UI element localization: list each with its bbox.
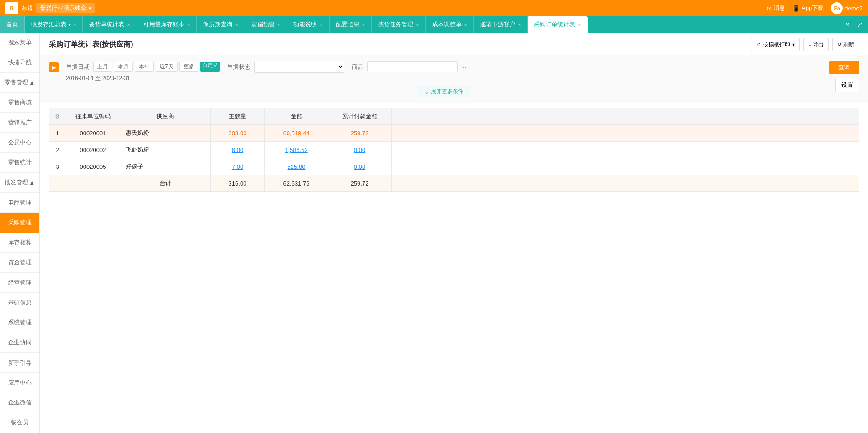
print-template-btn[interactable]: 🖨 按模板打印 ▾ <box>751 38 800 51</box>
close-icon[interactable]: × <box>278 22 280 27</box>
goods-label: 商品 <box>352 63 363 71</box>
close-icon[interactable]: × <box>187 22 190 27</box>
expand-more-btn[interactable]: ⌄ 展开更多条件 <box>417 86 471 97</box>
sidebar-item-marketing[interactable]: 营销推广 <box>0 113 39 133</box>
app-download-btn[interactable]: 📱 App下载 <box>793 4 824 12</box>
row-paid[interactable]: 259.72 <box>328 125 392 142</box>
sidebar-item-member2[interactable]: 畅会员 <box>0 413 39 433</box>
sidebar-item-app-center[interactable]: 应用中心 <box>0 373 39 393</box>
chevron-down-icon: ⌄ <box>425 89 429 95</box>
close-icon[interactable]: × <box>578 22 580 27</box>
close-icon[interactable]: × <box>518 22 521 27</box>
goods-input[interactable] <box>367 61 458 72</box>
logo-text: 标题 <box>22 5 33 12</box>
row-paid[interactable]: 0.00 <box>328 142 392 158</box>
tab-yaoqing[interactable]: 邀请下游客户 × <box>474 16 528 33</box>
close-icon[interactable]: × <box>464 22 467 27</box>
sidebar-item-enterprise[interactable]: 企业协同 <box>0 333 39 353</box>
row-extra <box>392 142 859 158</box>
date-range-display: 2016-01-01 至 2023-12-31 <box>66 75 822 82</box>
col-code-header: 往来单位编码 <box>66 108 120 125</box>
tab-home[interactable]: 首页 <box>0 16 25 33</box>
expand-window-btn[interactable]: ⤢ <box>855 20 864 29</box>
row-no: 1 <box>49 125 66 142</box>
nav-tabs-end: × ⤢ <box>844 20 868 29</box>
date-btn-7days[interactable]: 近7天 <box>156 62 178 72</box>
refresh-btn[interactable]: ↺ 刷新 <box>832 38 859 51</box>
table-row: 1 00020001 惠氏奶粉 303.00 60,519.44 259.72 <box>49 125 859 142</box>
sidebar-item-retail-stats[interactable]: 零售统计 <box>0 153 39 173</box>
sidebar-item-search[interactable]: 搜索菜单 <box>0 33 39 52</box>
row-paid[interactable]: 0.00 <box>328 158 392 175</box>
more-options-icon[interactable]: ··· <box>461 63 467 71</box>
close-window-btn[interactable]: × <box>844 20 851 29</box>
status-select[interactable] <box>254 61 344 73</box>
chevron-down-icon: ▾ <box>89 5 92 12</box>
top-bar: 6 标题 母婴行业演示账套 ▾ ✉ 消息 📱 App下载 Ea demo2 <box>0 0 868 16</box>
close-icon[interactable]: × <box>235 22 238 27</box>
sidebar-item-purchase[interactable]: 采购管理 <box>0 213 39 233</box>
sidebar-item-ecommerce[interactable]: 电商管理 <box>0 193 39 213</box>
filter-right-btns: 查询 设置 <box>829 61 859 92</box>
sidebar-item-retail-shop[interactable]: 零售商城 <box>0 93 39 113</box>
query-btn[interactable]: 查询 <box>829 61 859 74</box>
user-profile[interactable]: Ea demo2 <box>831 2 863 14</box>
close-icon[interactable]: × <box>362 22 365 27</box>
table-area: ⚙ 往来单位编码 供应商 主数量 金额 累计付款金额 1 00020001 惠氏… <box>40 108 868 192</box>
company-selector[interactable]: 母婴行业演示账套 ▾ <box>36 3 95 13</box>
tab-gongneng[interactable]: 功能说明 × <box>287 16 329 33</box>
row-qty[interactable]: 6.00 <box>211 142 265 158</box>
tab-chengben[interactable]: 成本调整单 × <box>426 16 474 33</box>
settings-btn[interactable]: 设置 <box>835 78 859 92</box>
tab-jianhuo[interactable]: 拣货任务管理 × <box>372 16 425 33</box>
close-icon[interactable]: × <box>127 22 130 27</box>
sidebar-item-system[interactable]: 系统管理 <box>0 313 39 333</box>
message-btn[interactable]: ✉ 消息 <box>767 4 785 12</box>
row-code: 00020002 <box>66 142 120 158</box>
row-supplier: 惠氏奶粉 <box>120 125 211 142</box>
date-btn-this-month[interactable]: 本月 <box>114 62 133 72</box>
row-amount[interactable]: 525.80 <box>265 158 328 175</box>
close-icon[interactable]: × <box>320 22 322 27</box>
status-filter: 单据状态 <box>227 61 344 73</box>
page-header: 采购订单统计表(按供应商) 🖨 按模板打印 ▾ ↓ 导出 ↺ 刷新 <box>40 33 868 55</box>
sidebar-item-member[interactable]: 会员中心 <box>0 133 39 152</box>
tab-chaochu[interactable]: 超储预警 × <box>245 16 287 33</box>
close-icon[interactable]: × <box>73 22 76 27</box>
row-qty[interactable]: 7.00 <box>211 158 265 175</box>
avatar: Ea <box>831 2 843 14</box>
date-btn-last-month[interactable]: 上月 <box>93 62 112 72</box>
sidebar-item-guide[interactable]: 新手引导 <box>0 353 39 373</box>
date-btn-this-year[interactable]: 本年 <box>135 62 154 72</box>
table-row: 2 00020002 飞鹤奶粉 6.00 1,586.52 0.00 <box>49 142 859 158</box>
tab-kuyong[interactable]: 可用量库存账本 × <box>137 16 197 33</box>
chevron-down-icon: ▾ <box>68 22 71 27</box>
filter-toggle-btn[interactable]: ▶ <box>49 62 59 72</box>
tab-baozhi[interactable]: 保质期查询 × <box>197 16 245 33</box>
tab-caigou-active[interactable]: 采购订单统计表 × <box>528 16 587 33</box>
row-qty[interactable]: 303.00 <box>211 125 265 142</box>
sidebar-item-inventory[interactable]: 库存核算 <box>0 233 39 253</box>
tab-peizhi[interactable]: 配置信息 × <box>330 16 372 33</box>
export-btn[interactable]: ↓ 导出 <box>803 38 828 51</box>
tab-shoufacun[interactable]: 收发存汇总表 ▾× <box>25 16 83 33</box>
sidebar-item-finance[interactable]: 资金管理 <box>0 253 39 273</box>
row-amount[interactable]: 60,519.44 <box>265 125 328 142</box>
tab-yaohuo[interactable]: 要货单统计表 × <box>83 16 137 33</box>
close-icon[interactable]: × <box>416 22 419 27</box>
sidebar-item-wholesale[interactable]: 批发管理 ▲ <box>0 173 39 193</box>
footer-qty: 316.00 <box>211 175 265 192</box>
row-supplier: 好孩子 <box>120 158 211 175</box>
sidebar-item-basic-info[interactable]: 基础信息 <box>0 293 39 313</box>
top-bar-left: 6 标题 母婴行业演示账套 ▾ <box>5 2 95 14</box>
sidebar-item-wechat[interactable]: 企业微信 <box>0 393 39 413</box>
row-amount[interactable]: 1,586.52 <box>265 142 328 158</box>
filter-area: ▶ 单据日期 上月 本月 本年 近7天 更多 自 <box>40 55 868 103</box>
sidebar-item-retail-mgmt[interactable]: 零售管理 ▲ <box>0 73 39 93</box>
settings-icon[interactable]: ⚙ <box>55 113 60 120</box>
sidebar-item-shortcut[interactable]: 快捷导航 <box>0 52 39 72</box>
sidebar-item-operation[interactable]: 经营管理 <box>0 273 39 293</box>
footer-settings-col <box>49 175 66 192</box>
col-amount-header: 金额 <box>265 108 328 125</box>
date-btn-more[interactable]: 更多 <box>179 62 198 72</box>
